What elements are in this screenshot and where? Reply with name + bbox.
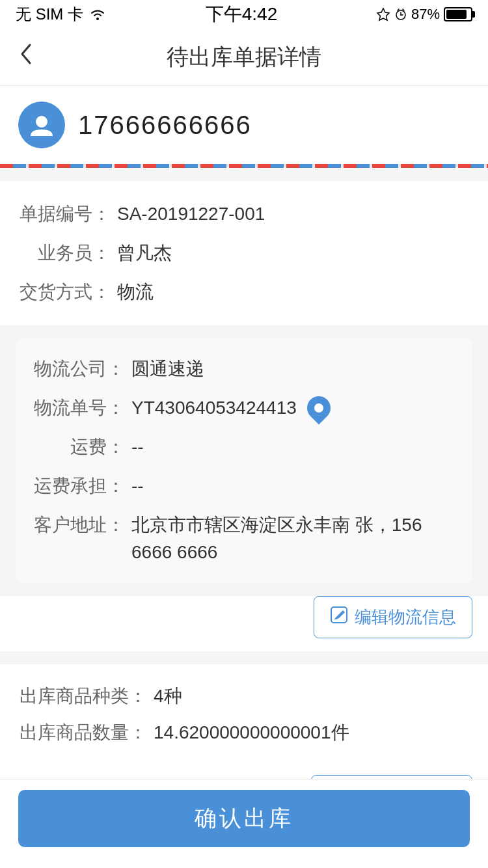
edit-btn-row: 编辑物流信息 xyxy=(0,596,488,651)
sales-person-label: 业务员： xyxy=(20,239,111,267)
logistics-company-value: 圆通速递 xyxy=(131,355,454,383)
order-info-section: 单据编号： SA-20191227-001 业务员： 曾凡杰 交货方式： 物流 xyxy=(0,181,488,325)
customer-section: 17666666666 xyxy=(0,86,488,164)
logistics-company-row: 物流公司： 圆通速递 xyxy=(34,355,454,383)
status-right: 87% xyxy=(376,6,472,23)
document-number-row: 单据编号： SA-20191227-001 xyxy=(20,200,468,228)
logistics-card: 物流公司： 圆通速递 物流单号： YT43064053424413 运费： --… xyxy=(16,338,472,583)
carrier-text: 无 SIM 卡 xyxy=(16,4,83,25)
edit-btn-label: 编辑物流信息 xyxy=(355,606,456,629)
goods-section: 出库商品种类： 4种 出库商品数量： 14.620000000000001件 xyxy=(0,664,488,765)
goods-type-label: 出库商品种类： xyxy=(20,684,147,709)
nav-bar: 待出库单据详情 xyxy=(0,29,488,86)
address-value: 北京市市辖区海淀区永丰南 张，156 6666 6666 xyxy=(131,511,454,566)
goods-quantity-value: 14.620000000000001件 xyxy=(154,720,349,745)
sales-person-value: 曾凡杰 xyxy=(117,239,468,267)
logistics-tracking-row: 物流单号： YT43064053424413 xyxy=(34,394,454,422)
tracking-number: YT43064053424413 xyxy=(131,394,297,422)
edit-logistics-button[interactable]: 编辑物流信息 xyxy=(314,596,472,638)
battery-text: 87% xyxy=(411,6,440,23)
back-button[interactable] xyxy=(18,42,33,72)
pencil-box-icon xyxy=(330,606,348,624)
delivery-method-label: 交货方式： xyxy=(20,278,111,306)
address-row: 客户地址： 北京市市辖区海淀区永丰南 张，156 6666 6666 xyxy=(34,511,454,566)
freight-bearer-row: 运费承担： -- xyxy=(34,472,454,500)
document-number-value: SA-20191227-001 xyxy=(117,200,468,228)
status-carrier: 无 SIM 卡 xyxy=(16,4,107,25)
logistics-tracking-value: YT43064053424413 xyxy=(131,394,454,422)
status-bar: 无 SIM 卡 下午4:42 87% xyxy=(0,0,488,29)
page-title: 待出库单据详情 xyxy=(167,42,321,72)
address-label: 客户地址： xyxy=(34,511,125,539)
goods-type-row: 出库商品种类： 4种 xyxy=(20,684,468,709)
alarm-icon xyxy=(394,8,407,21)
freight-row: 运费： -- xyxy=(34,433,454,461)
user-icon xyxy=(28,111,55,139)
freight-bearer-value: -- xyxy=(131,472,454,500)
battery-indicator xyxy=(444,7,472,21)
svg-point-0 xyxy=(96,18,99,20)
goods-quantity-row: 出库商品数量： 14.620000000000001件 xyxy=(20,720,468,745)
location-pin-icon[interactable] xyxy=(302,392,335,425)
freight-label: 运费： xyxy=(34,433,125,461)
freight-bearer-label: 运费承担： xyxy=(34,472,125,500)
document-number-label: 单据编号： xyxy=(20,200,111,228)
svg-line-5 xyxy=(403,9,404,10)
delivery-method-row: 交货方式： 物流 xyxy=(20,278,468,306)
sales-person-row: 业务员： 曾凡杰 xyxy=(20,239,468,267)
svg-line-4 xyxy=(398,9,399,10)
avatar xyxy=(18,102,65,148)
location-icon xyxy=(376,7,390,21)
goods-quantity-label: 出库商品数量： xyxy=(20,720,147,745)
logistics-tracking-label: 物流单号： xyxy=(34,394,125,422)
confirm-outbound-button[interactable]: 确认出库 xyxy=(18,790,470,847)
confirm-section: 确认出库 xyxy=(0,779,488,868)
goods-type-value: 4种 xyxy=(154,684,182,709)
freight-value: -- xyxy=(131,433,454,461)
delivery-method-value: 物流 xyxy=(117,278,468,306)
customer-phone: 17666666666 xyxy=(78,111,252,140)
status-time: 下午4:42 xyxy=(206,2,278,27)
logistics-company-label: 物流公司： xyxy=(34,355,125,383)
svg-point-6 xyxy=(36,116,47,128)
wifi-icon xyxy=(88,8,107,21)
edit-icon xyxy=(330,606,348,629)
